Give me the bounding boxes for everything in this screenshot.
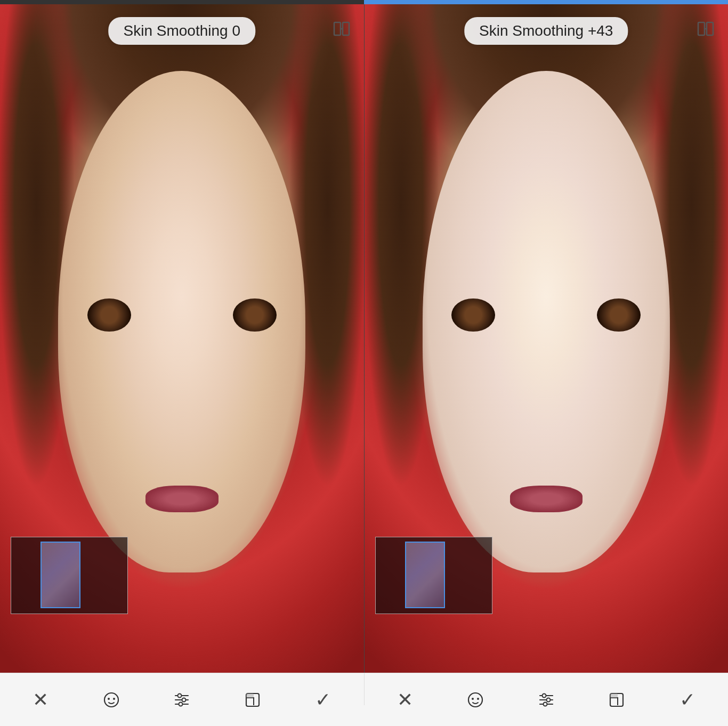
svg-rect-27 — [610, 693, 618, 698]
right-filters-icon — [607, 690, 626, 709]
toolbars-container: ✕ — [0, 673, 728, 726]
svg-rect-0 — [334, 22, 341, 35]
photo-eye-left-after — [451, 299, 495, 332]
left-filters-button[interactable] — [238, 685, 268, 715]
svg-point-8 — [113, 698, 115, 700]
right-confirm-button[interactable]: ✓ — [673, 685, 702, 715]
svg-point-14 — [179, 702, 183, 706]
right-face-icon — [466, 690, 485, 709]
right-face-button[interactable] — [460, 685, 490, 715]
left-confirm-button[interactable]: ✓ — [308, 685, 338, 715]
after-thumbnail-inner — [405, 542, 445, 608]
svg-rect-16 — [246, 693, 254, 698]
left-filters-icon — [243, 690, 262, 709]
right-adjustments-button[interactable] — [531, 685, 561, 715]
svg-rect-4 — [707, 22, 713, 35]
svg-point-12 — [178, 693, 182, 697]
svg-point-18 — [472, 698, 474, 700]
right-adjustments-icon — [537, 690, 556, 709]
before-thumbnail-inner — [41, 542, 80, 608]
svg-point-23 — [542, 693, 546, 697]
photo-lips — [145, 486, 219, 512]
before-compare-icon[interactable] — [332, 19, 351, 43]
app-container: Skin Smoothing 0 — [0, 0, 728, 726]
right-cancel-icon: ✕ — [397, 689, 413, 711]
right-confirm-icon: ✓ — [680, 689, 695, 711]
status-bar-right — [364, 0, 728, 4]
after-compare-icon[interactable] — [696, 19, 715, 43]
after-label-text: Skin Smoothing +43 — [479, 22, 613, 39]
left-adjustments-icon — [172, 690, 191, 709]
before-label-pill: Skin Smoothing 0 — [109, 17, 255, 45]
svg-point-6 — [104, 693, 118, 707]
svg-point-13 — [182, 698, 186, 701]
svg-rect-1 — [343, 22, 349, 35]
before-thumbnail — [11, 537, 128, 614]
svg-point-19 — [477, 698, 479, 700]
before-panel: Skin Smoothing 0 — [0, 4, 365, 673]
top-status-bar — [0, 0, 728, 4]
svg-point-25 — [543, 702, 547, 706]
status-bar-left — [0, 0, 364, 4]
images-row: Skin Smoothing 0 — [0, 4, 728, 673]
svg-point-24 — [546, 698, 550, 701]
right-filters-button[interactable] — [602, 685, 632, 715]
photo-eye-right — [233, 299, 277, 332]
left-cancel-icon: ✕ — [33, 689, 48, 711]
svg-point-17 — [468, 693, 482, 707]
photo-eye-right-after — [597, 299, 641, 332]
right-toolbar: ✕ — [365, 673, 729, 726]
right-cancel-button[interactable]: ✕ — [390, 685, 420, 715]
left-face-button[interactable] — [96, 685, 126, 715]
svg-rect-3 — [698, 22, 705, 35]
svg-point-7 — [108, 698, 110, 700]
left-confirm-icon: ✓ — [315, 689, 331, 711]
before-label-text: Skin Smoothing 0 — [124, 22, 240, 39]
after-panel: Skin Smoothing +43 — [365, 4, 729, 673]
left-adjustments-button[interactable] — [167, 685, 197, 715]
left-face-icon — [102, 690, 121, 709]
after-thumbnail — [375, 537, 492, 614]
photo-lips-after — [510, 486, 583, 512]
after-label-pill: Skin Smoothing +43 — [464, 17, 628, 45]
photo-eye-left — [87, 299, 131, 332]
left-cancel-button[interactable]: ✕ — [26, 685, 55, 715]
left-toolbar: ✕ — [0, 673, 364, 726]
